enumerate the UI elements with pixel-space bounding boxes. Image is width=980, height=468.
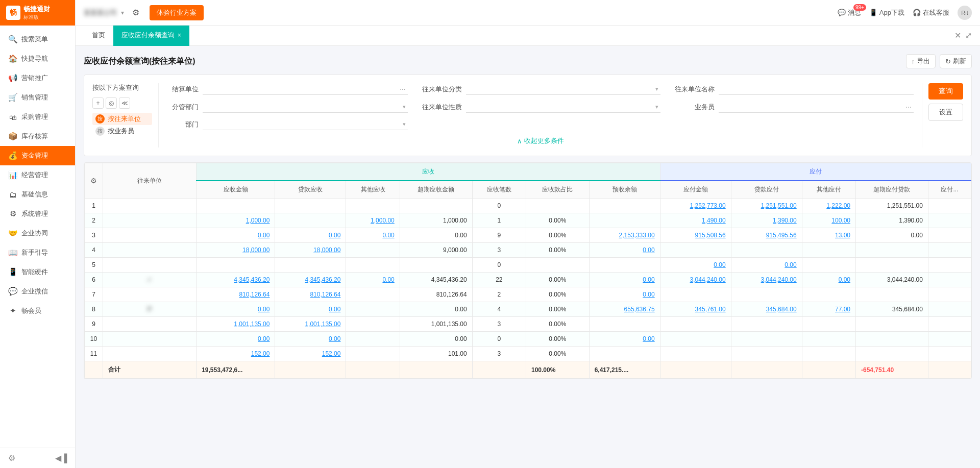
topbar-gear-icon[interactable]: ⚙ [132, 8, 139, 17]
filter-scheme-by-staff[interactable]: 按 按业务员 [92, 125, 152, 137]
topbar-avatar[interactable]: Rit [958, 6, 972, 20]
sidebar-item-sales[interactable]: 🛒销售管理 [0, 88, 75, 107]
cell-pay-amt[interactable]: 345,761.00 [660, 302, 731, 317]
cell-loan-recv[interactable]: 0.00 [275, 228, 346, 243]
filter-unit-category-input[interactable] [468, 85, 656, 93]
filter-salesman-input[interactable] [721, 103, 905, 111]
tab-receivable[interactable]: 应收应付余额查询 × [113, 26, 189, 46]
cell-loan-pay[interactable]: 1,251,551.00 [731, 199, 802, 213]
cell-advance[interactable]: 0.00 [589, 273, 660, 287]
cell-advance[interactable]: 0.00 [589, 287, 660, 302]
cell-loan-pay[interactable]: 345,684.00 [731, 302, 802, 317]
cell-recv-amt[interactable]: 1,000.00 [197, 213, 275, 228]
filter-scheme-by-unit[interactable]: 按 按往来单位 [92, 113, 152, 125]
cell-pay-amt[interactable]: 1,490.00 [660, 213, 731, 228]
cell-advance[interactable]: 0.00 [589, 332, 660, 347]
cell-other-pay[interactable]: 100.00 [802, 213, 855, 228]
sidebar-item-cooperation[interactable]: 🤝企业协同 [0, 224, 75, 243]
cell-recv-amt[interactable]: 0.00 [197, 332, 275, 347]
cell-other-recv[interactable]: 1,000.00 [346, 213, 400, 228]
cell-recv-amt[interactable]: 810,126.64 [197, 287, 275, 302]
query-button[interactable]: 查询 [928, 83, 963, 100]
cell-pay-amt[interactable]: 3,044,240.00 [660, 273, 731, 287]
sidebar-collapse-icon[interactable]: ◀▐ [55, 453, 67, 463]
cell-loan-pay[interactable]: 0.00 [731, 258, 802, 273]
sidebar-item-guide[interactable]: 📖新手引导 [0, 243, 75, 262]
sidebar-settings-icon[interactable]: ⚙ [8, 453, 15, 463]
cell-recv-amt[interactable]: 18,000.00 [197, 243, 275, 258]
sidebar-item-inventory[interactable]: 📦库存核算 [0, 127, 75, 146]
sidebar-item-member[interactable]: ✦畅会员 [0, 301, 75, 321]
window-expand-icon[interactable]: ⤢ [965, 31, 972, 40]
cell-advance[interactable]: 655,636.75 [589, 302, 660, 317]
sidebar-item-purchase[interactable]: 🛍采购管理 [0, 107, 75, 127]
filter-dept-manage-input[interactable] [205, 103, 403, 111]
filter-dept-chevron[interactable]: ▾ [403, 121, 406, 128]
cell-loan-recv[interactable]: 18,000.00 [275, 243, 346, 258]
cell-recv-amt[interactable]: 4,345,436.20 [197, 273, 275, 287]
sidebar-item-search[interactable]: 🔍搜索菜单 [0, 30, 75, 49]
filter-unit-nature-input[interactable] [468, 103, 656, 111]
topbar-service[interactable]: 🎧 在线客服 [913, 8, 949, 17]
cell-pay-amt[interactable]: 915,508.56 [660, 228, 731, 243]
filter-collapse-btn[interactable]: ∧ 收起更多条件 [167, 134, 914, 147]
filter-salesman-dots[interactable]: ··· [905, 103, 912, 111]
cell-loan-pay[interactable]: 3,044,240.00 [731, 273, 802, 287]
cell-loan-recv[interactable]: 1,001,135.00 [275, 317, 346, 332]
filter-back-btn[interactable]: ≪ [119, 97, 130, 109]
filter-settlement-dots[interactable]: ··· [400, 85, 406, 93]
filter-unit-name-input[interactable] [721, 85, 912, 93]
export-button[interactable]: ↑ 导出 [906, 54, 936, 68]
member-icon: ✦ [8, 306, 17, 315]
filter-settlement-input[interactable] [205, 85, 400, 93]
topbar-promo-button[interactable]: 体验行业方案 [150, 5, 204, 20]
table-settings-icon[interactable]: ⚙ [90, 177, 97, 185]
cell-loan-recv[interactable]: 0.00 [275, 302, 346, 317]
filter-unit-nature-chevron[interactable]: ▾ [655, 104, 658, 110]
cell-other-recv[interactable]: 0.00 [346, 228, 400, 243]
cell-advance[interactable]: 2,153,333.00 [589, 228, 660, 243]
cell-recv-amt[interactable]: 0.00 [197, 302, 275, 317]
cell-other-pay[interactable]: 0.00 [802, 273, 855, 287]
cell-loan-pay[interactable]: 1,390.00 [731, 213, 802, 228]
cell-loan-pay[interactable]: 915,495.56 [731, 228, 802, 243]
footer-advance-balance[interactable]: 6,417,215.... [589, 361, 660, 379]
topbar-app-download[interactable]: 📱 App下载 [869, 8, 904, 17]
cell-recv-amt[interactable]: 1,001,135.00 [197, 317, 275, 332]
setting-button[interactable]: 设置 [928, 104, 963, 121]
sidebar-item-wechat[interactable]: 💬企业微信 [0, 282, 75, 301]
filter-target-btn[interactable]: ◎ [106, 97, 117, 109]
cell-advance[interactable]: 0.00 [589, 243, 660, 258]
cell-pay-amt[interactable]: 0.00 [660, 258, 731, 273]
cell-other-pay[interactable]: 1,222.00 [802, 199, 855, 213]
sidebar-item-basic[interactable]: 🗂基础信息 [0, 185, 75, 204]
cell-loan-recv[interactable]: 4,345,436.20 [275, 273, 346, 287]
topbar-message[interactable]: 💬 消息 99+ [838, 8, 861, 17]
filter-dept-manage-chevron[interactable]: ▾ [403, 104, 406, 110]
cell-loan-recv[interactable]: 810,126.64 [275, 287, 346, 302]
refresh-button[interactable]: ↻ 刷新 [940, 54, 972, 68]
cell-other-recv[interactable]: 0.00 [346, 273, 400, 287]
tab-home[interactable]: 首页 [84, 26, 113, 46]
topbar-company-chevron[interactable]: ▾ [121, 9, 124, 16]
sidebar-label-finance: 资金管理 [21, 151, 48, 160]
filter-add-btn[interactable]: + [92, 97, 104, 109]
cell-pay-amt[interactable]: 1,252,773.00 [660, 199, 731, 213]
cell-recv-amt[interactable]: 0.00 [197, 228, 275, 243]
cell-recv-amt[interactable]: 152.00 [197, 347, 275, 361]
sidebar-item-finance[interactable]: 💰资金管理 [0, 146, 75, 165]
sidebar-item-operation[interactable]: 📊经营管理 [0, 165, 75, 185]
sidebar-item-hardware[interactable]: 📱智能硬件 [0, 262, 75, 282]
cell-loan-recv[interactable]: 152.00 [275, 347, 346, 361]
cell-loan-recv[interactable]: 0.00 [275, 332, 346, 347]
sidebar-item-system[interactable]: ⚙系统管理 [0, 204, 75, 224]
footer-receivable-amount[interactable]: 19,553,472,6... [197, 361, 275, 379]
filter-unit-category-chevron[interactable]: ▾ [655, 86, 658, 92]
cell-other-pay[interactable]: 13.00 [802, 228, 855, 243]
sidebar-item-marketing[interactable]: 📢营销推广 [0, 68, 75, 88]
tab-close-icon[interactable]: × [178, 32, 181, 39]
window-close-icon[interactable]: ✕ [954, 31, 961, 40]
sidebar-item-nav[interactable]: 🏠快捷导航 [0, 49, 75, 68]
filter-dept-input[interactable] [205, 120, 403, 128]
cell-other-pay[interactable]: 77.00 [802, 302, 855, 317]
